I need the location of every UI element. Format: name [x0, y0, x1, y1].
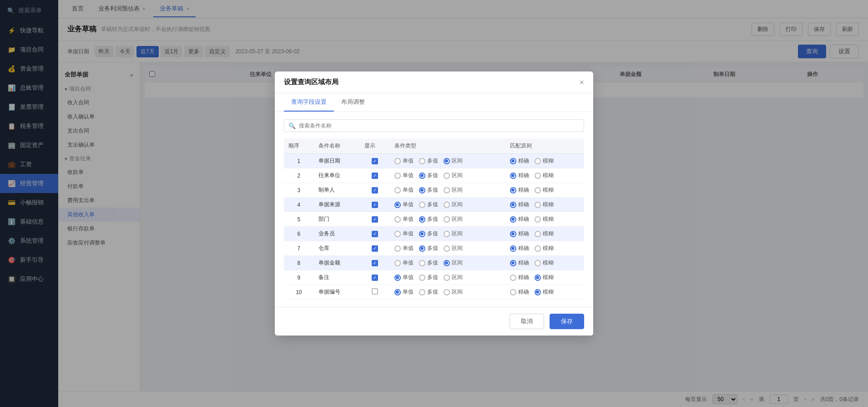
radio-match-模糊-row-8[interactable]: 模糊 — [535, 259, 554, 267]
radio-type-多值-row-6[interactable]: 多值 — [419, 230, 438, 238]
radio-label-多值: 多值 — [427, 230, 438, 238]
cell-display[interactable] — [360, 227, 390, 241]
radio-match-模糊-row-2[interactable]: 模糊 — [535, 172, 554, 179]
display-checkbox-7[interactable] — [372, 245, 378, 252]
cell-display[interactable] — [360, 285, 390, 300]
radio-circle-区间-5 — [444, 216, 450, 223]
radio-type-多值-row-5[interactable]: 多值 — [419, 215, 438, 223]
cell-display[interactable] — [360, 241, 390, 256]
radio-match-label-精确: 精确 — [518, 259, 529, 267]
radio-type-区间-row-2[interactable]: 区间 — [444, 172, 463, 179]
radio-type-多值-row-8[interactable]: 多值 — [419, 259, 438, 267]
radio-match-模糊-row-1[interactable]: 模糊 — [535, 157, 554, 165]
radio-match-精确-row-8[interactable]: 精确 — [510, 259, 529, 267]
radio-type-区间-row-6[interactable]: 区间 — [444, 230, 463, 238]
display-checkbox-1[interactable] — [372, 158, 378, 164]
display-checkbox-2[interactable] — [372, 173, 378, 179]
radio-type-单值-row-6[interactable]: 单值 — [394, 230, 414, 238]
cell-name: 部门 — [314, 212, 360, 227]
cell-order: 3 — [284, 183, 314, 198]
radio-type-单值-row-3[interactable]: 单值 — [394, 186, 414, 194]
radio-match-模糊-row-9[interactable]: 模糊 — [535, 274, 554, 281]
radio-type-区间-row-7[interactable]: 区间 — [444, 244, 463, 252]
dialog-tab-layout[interactable]: 布局调整 — [334, 93, 372, 112]
radio-circle-区间-3 — [444, 187, 450, 193]
radio-type-多值-row-7[interactable]: 多值 — [419, 244, 438, 252]
radio-match-模糊-row-7[interactable]: 模糊 — [535, 244, 554, 252]
cell-match-rule: 精确模糊 — [505, 241, 584, 256]
radio-type-多值-row-10[interactable]: 多值 — [419, 288, 438, 296]
radio-label-多值: 多值 — [427, 244, 438, 252]
radio-match-精确-row-9[interactable]: 精确 — [510, 274, 529, 281]
dialog-header: 设置查询区域布局 × — [275, 71, 593, 93]
radio-type-单值-row-5[interactable]: 单值 — [394, 215, 414, 223]
radio-type-多值-row-3[interactable]: 多值 — [419, 186, 438, 194]
cell-display[interactable] — [360, 154, 390, 168]
dialog-close-button[interactable]: × — [579, 78, 584, 86]
radio-type-区间-row-4[interactable]: 区间 — [444, 201, 463, 209]
radio-type-多值-row-4[interactable]: 多值 — [419, 201, 438, 209]
radio-match-circle-精确-3 — [510, 187, 516, 193]
radio-type-区间-row-10[interactable]: 区间 — [444, 288, 463, 296]
cancel-button[interactable]: 取消 — [510, 314, 544, 329]
radio-type-区间-row-9[interactable]: 区间 — [444, 274, 463, 281]
display-checkbox-8[interactable] — [372, 260, 378, 266]
radio-type-多值-row-2[interactable]: 多值 — [419, 172, 438, 179]
radio-match-精确-row-2[interactable]: 精确 — [510, 172, 529, 179]
cell-display[interactable] — [360, 256, 390, 270]
display-checkbox-6[interactable] — [372, 231, 378, 237]
radio-match-circle-模糊-4 — [535, 202, 541, 208]
cell-display[interactable] — [360, 198, 390, 212]
config-table-row: 9备注单值多值区间精确模糊 — [284, 270, 584, 285]
radio-label-区间: 区间 — [452, 172, 463, 179]
dialog-search-icon: 🔍 — [288, 122, 296, 129]
dialog-tab-query-fields[interactable]: 查询字段设置 — [284, 93, 334, 112]
radio-label-区间: 区间 — [452, 274, 463, 281]
radio-type-单值-row-9[interactable]: 单值 — [394, 274, 414, 281]
display-checkbox-3[interactable] — [372, 187, 378, 193]
radio-type-区间-row-5[interactable]: 区间 — [444, 215, 463, 223]
radio-match-模糊-row-5[interactable]: 模糊 — [535, 215, 554, 223]
radio-match-精确-row-4[interactable]: 精确 — [510, 201, 529, 209]
radio-type-单值-row-2[interactable]: 单值 — [394, 172, 414, 179]
radio-match-circle-模糊-2 — [535, 173, 541, 179]
display-checkbox-4[interactable] — [372, 202, 378, 208]
radio-match-label-精确: 精确 — [518, 201, 529, 209]
radio-match-模糊-row-6[interactable]: 模糊 — [535, 230, 554, 238]
radio-match-模糊-row-10[interactable]: 模糊 — [535, 288, 554, 296]
cell-display[interactable] — [360, 183, 390, 198]
radio-type-单值-row-8[interactable]: 单值 — [394, 259, 414, 267]
radio-match-模糊-row-3[interactable]: 模糊 — [535, 186, 554, 194]
dialog-search-input[interactable] — [284, 119, 584, 132]
radio-circle-单值-7 — [394, 245, 401, 252]
radio-type-多值-row-9[interactable]: 多值 — [419, 274, 438, 281]
radio-type-单值-row-1[interactable]: 单值 — [394, 157, 414, 165]
radio-type-单值-row-4[interactable]: 单值 — [394, 201, 414, 209]
radio-match-精确-row-5[interactable]: 精确 — [510, 215, 529, 223]
cell-display[interactable] — [360, 270, 390, 285]
radio-match-精确-row-7[interactable]: 精确 — [510, 244, 529, 252]
radio-type-单值-row-7[interactable]: 单值 — [394, 244, 414, 252]
radio-type-多值-row-1[interactable]: 多值 — [419, 157, 438, 165]
radio-label-单值: 单值 — [403, 288, 414, 296]
radio-type-单值-row-10[interactable]: 单值 — [394, 288, 414, 296]
radio-match-精确-row-3[interactable]: 精确 — [510, 186, 529, 194]
cell-display[interactable] — [360, 212, 390, 227]
radio-match-精确-row-10[interactable]: 精确 — [510, 288, 529, 296]
radio-circle-多值-1 — [419, 158, 425, 164]
radio-match-精确-row-1[interactable]: 精确 — [510, 157, 529, 165]
save-button[interactable]: 保存 — [550, 314, 584, 329]
radio-type-区间-row-3[interactable]: 区间 — [444, 186, 463, 194]
display-checkbox-10[interactable] — [372, 288, 378, 295]
radio-circle-多值-2 — [419, 173, 425, 179]
radio-match-circle-精确-1 — [510, 158, 516, 164]
radio-circle-单值-10 — [394, 289, 401, 295]
display-checkbox-5[interactable] — [372, 216, 378, 223]
radio-type-区间-row-1[interactable]: 区间 — [444, 157, 463, 165]
radio-type-区间-row-8[interactable]: 区间 — [444, 259, 463, 267]
cell-name: 仓库 — [314, 241, 360, 256]
radio-match-模糊-row-4[interactable]: 模糊 — [535, 201, 554, 209]
cell-display[interactable] — [360, 168, 390, 183]
radio-match-精确-row-6[interactable]: 精确 — [510, 230, 529, 238]
display-checkbox-9[interactable] — [372, 275, 378, 281]
